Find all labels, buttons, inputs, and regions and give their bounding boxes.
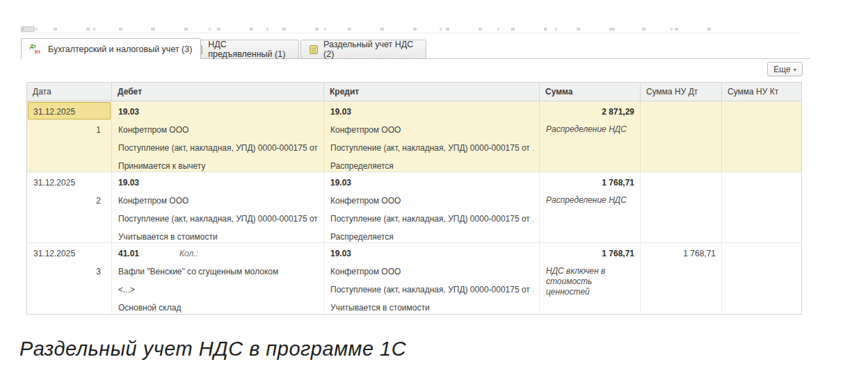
cell-sum-nu-dt[interactable]: 1 768,71 <box>641 243 722 314</box>
quantity-label: Кол.: <box>179 248 198 259</box>
col-header-sum[interactable]: Сумма <box>540 83 641 101</box>
tab-label: Раздельный учет НДС (2) <box>323 40 417 59</box>
cell-credit[interactable]: 19.03 Конфетпром ООО Поступление (акт, н… <box>324 172 540 242</box>
col-header-sum-nu-dt[interactable]: Сумма НУ Дт <box>641 83 722 101</box>
cell-sum-nu-dt[interactable] <box>641 172 722 242</box>
tab-separate-vat[interactable]: Раздельный учет НДС (2) <box>300 40 426 59</box>
postings-table: Дата Дебет Кредит Сумма Сумма НУ Дт Сумм… <box>26 82 802 315</box>
cell-date[interactable]: 31.12.2025 1 <box>27 101 112 172</box>
cell-debit[interactable]: 19.03 Конфетпром ООО Поступление (акт, н… <box>112 172 324 242</box>
tab-label: НДС предъявленный (1) <box>208 40 290 59</box>
table-header: Дата Дебет Кредит Сумма Сумма НУ Дт Сумм… <box>27 83 801 101</box>
cell-sum-nu-kt[interactable] <box>722 243 801 314</box>
dt-kt-icon: Дт Кт <box>30 43 42 55</box>
cell-credit[interactable]: 19.03 Конфетпром ООО Поступление (акт, н… <box>324 101 540 172</box>
screenshot-root: Дт Кт Бухгалтерский и налоговый учет (3)… <box>0 0 868 389</box>
cell-debit[interactable]: 41.01 Кол.: Вафли "Венские" со сгущенным… <box>112 243 324 314</box>
clipped-text-fragments <box>21 28 723 31</box>
cell-date[interactable]: 31.12.2025 3 <box>27 243 112 314</box>
tab-label: Бухгалтерский и налоговый учет (3) <box>48 44 192 54</box>
table-row[interactable]: 31.12.2025 1 19.03 Конфетпром ООО Поступ… <box>27 101 801 172</box>
row-number: 2 <box>96 195 101 206</box>
figure-caption: Раздельный учет НДС в программе 1С <box>19 338 406 361</box>
vat-operation-comment: НДС включен в стоимость ценностей <box>546 266 634 297</box>
vat-operation-comment: Распределение НДС <box>546 124 634 135</box>
clipped-text-row <box>21 26 800 33</box>
cell-sum-nu-dt[interactable] <box>641 101 722 172</box>
more-button[interactable]: Еще ▾ <box>767 62 803 76</box>
vat-operation-comment: Распределение НДС <box>546 195 634 206</box>
cell-sum[interactable]: 1 768,71 НДС включен в стоимость ценност… <box>540 243 641 314</box>
col-header-credit[interactable]: Кредит <box>324 83 540 101</box>
cell-sum-nu-kt[interactable] <box>722 172 801 242</box>
row-number: 3 <box>96 266 101 277</box>
col-header-date[interactable]: Дата <box>27 83 112 101</box>
cell-date[interactable]: 31.12.2025 2 <box>27 172 112 242</box>
chevron-down-icon: ▾ <box>794 67 796 73</box>
cell-sum[interactable]: 2 871,29 Распределение НДС <box>540 101 641 172</box>
cell-debit[interactable]: 19.03 Конфетпром ООО Поступление (акт, н… <box>112 101 324 172</box>
col-header-sum-nu-kt[interactable]: Сумма НУ Кт <box>722 83 801 101</box>
cell-sum-nu-kt[interactable] <box>722 101 801 172</box>
cell-credit[interactable]: 19.03 Конфетпром ООО Поступление (акт, н… <box>324 243 540 314</box>
table-row[interactable]: 31.12.2025 3 41.01 Кол.: Вафли "Венские"… <box>27 243 801 314</box>
table-row[interactable]: 31.12.2025 2 19.03 Конфетпром ООО Поступ… <box>27 172 801 243</box>
col-header-debit[interactable]: Дебет <box>112 83 324 101</box>
cell-sum[interactable]: 1 768,71 Распределение НДС <box>540 172 641 242</box>
tab-vat-presented[interactable]: НДС предъявленный (1) <box>186 40 299 59</box>
row-number: 1 <box>96 124 101 135</box>
document-icon <box>310 45 318 54</box>
tab-accounting-tax[interactable]: Дт Кт Бухгалтерский и налоговый учет (3) <box>21 38 201 59</box>
